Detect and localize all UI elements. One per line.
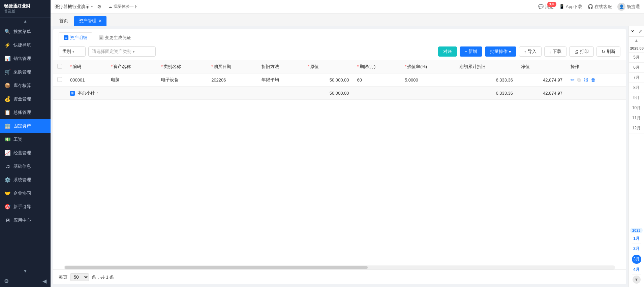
company-selector[interactable]: 医疗器械行业演示 ▾: [55, 4, 93, 10]
sidebar-item-总账管理[interactable]: 📋总账管理: [0, 106, 51, 119]
settings-icon[interactable]: ⚙: [4, 278, 9, 284]
close-panel-icon[interactable]: ✕: [631, 29, 634, 34]
month-item-4月[interactable]: 4月: [632, 265, 641, 275]
import-button[interactable]: ↑ 导入: [519, 46, 542, 57]
avatar: 👤: [617, 3, 625, 11]
refresh-button[interactable]: ↻ 刷新: [596, 46, 620, 57]
sidebar-scroll-up[interactable]: ▲: [0, 18, 51, 25]
reconcile-button[interactable]: 对账: [438, 46, 457, 57]
nav-label-7: 固定资产: [13, 123, 31, 129]
subtab-asset-detail[interactable]: ≡ 资产明细: [59, 32, 92, 43]
sidebar-scroll-down[interactable]: ▼: [0, 267, 51, 275]
category-input[interactable]: 请选择固定资产类别 ▾: [88, 46, 156, 57]
nav-icon-8: 💵: [4, 136, 11, 143]
experience-label: 我要体验一下: [114, 4, 138, 9]
panel-date: 2023.03: [629, 44, 644, 53]
sidebar-item-基础信息[interactable]: 🗂基础信息: [0, 160, 51, 173]
nav-icon-13: 🎯: [4, 203, 11, 210]
topbar-right: 💬 消息 99+ 📱 App下载 🎧 在线客服 👤 畅捷通: [538, 3, 640, 11]
row-purchase-date: 202206: [207, 73, 257, 87]
sidebar-item-销售管理[interactable]: 📊销售管理: [0, 52, 51, 65]
month-item-3月[interactable]: 3月: [632, 255, 641, 264]
batch-button[interactable]: 批量操作 ▾: [485, 46, 516, 57]
per-page-select[interactable]: 50 100 200: [70, 273, 89, 281]
nav-label-10: 基础信息: [13, 163, 31, 169]
subtab-change-voucher[interactable]: ≡ 变更生成凭证: [94, 32, 136, 43]
nav-icon-14: 🖥: [4, 217, 11, 224]
nav-icon-7: 🏢: [4, 123, 11, 129]
delete-icon[interactable]: 🗑: [591, 77, 595, 83]
month-item-6月[interactable]: 6月: [629, 63, 644, 73]
online-service-btn[interactable]: 🎧 在线客服: [588, 4, 612, 10]
sidebar-item-工资[interactable]: 💵工资: [0, 133, 51, 146]
row-original-value: 50,000.00: [304, 73, 353, 87]
horizontal-scrollbar-area[interactable]: [53, 263, 626, 269]
sidebar-item-系统管理[interactable]: ⚙️系统管理: [0, 173, 51, 187]
nav-icon-10: 🗂: [4, 163, 11, 170]
nav-label-2: 销售管理: [13, 56, 31, 62]
sidebar-item-经营管理[interactable]: 📈经营管理: [0, 146, 51, 160]
cloud-icon: ☁: [108, 4, 112, 9]
sidebar-item-企业协同[interactable]: 🤝企业协同: [0, 187, 51, 200]
nav-icon-3: 🛒: [4, 69, 11, 75]
download-button[interactable]: ↓ 下载: [544, 46, 567, 57]
topbar-settings-icon[interactable]: ⚙: [97, 4, 101, 10]
user-btn[interactable]: 👤 畅捷通: [617, 3, 640, 11]
month-item-9月[interactable]: 9月: [629, 93, 644, 103]
nav-label-14: 应用中心: [13, 217, 31, 223]
sidebar-item-固定资产[interactable]: 🏢固定资产: [0, 119, 51, 133]
sidebar-item-新手引导[interactable]: 🎯新手引导: [0, 200, 51, 214]
copy-icon[interactable]: ⧉: [577, 77, 581, 83]
month-item-2月[interactable]: 2月: [632, 244, 641, 254]
right-panel-header: ✕ ⤢: [629, 26, 644, 37]
month-item-7月[interactable]: 7月: [629, 73, 644, 83]
new-button[interactable]: + 新增: [460, 46, 482, 57]
refresh-icon: ↻: [602, 49, 605, 54]
month-item-11月[interactable]: 11月: [629, 113, 644, 123]
category-filter[interactable]: 类别 ▾: [59, 46, 86, 57]
sidebar-item-快捷导航[interactable]: ⚡快捷导航: [0, 38, 51, 52]
experience-btn[interactable]: ☁ 我要体验一下: [108, 4, 138, 9]
link-icon[interactable]: ⛓: [583, 77, 588, 83]
tab-asset-management[interactable]: 资产管理 ✕: [74, 16, 106, 26]
sidebar-item-采购管理[interactable]: 🛒采购管理: [0, 65, 51, 79]
panel-year-section: 2023 1月2月3月4月 ▼: [629, 227, 644, 287]
main-area: 医疗器械行业演示 ▾ ⚙ ☁ 我要体验一下 💬 消息 99+ 📱 App下载 🎧…: [51, 0, 644, 287]
messages-btn[interactable]: 💬 消息 99+: [538, 4, 554, 10]
expand-panel-icon[interactable]: ⤢: [639, 29, 642, 34]
sidebar-item-应用中心[interactable]: 🖥应用中心: [0, 214, 51, 227]
import-icon: ↑: [524, 49, 526, 54]
nav-label-0: 搜索菜单: [13, 29, 31, 35]
down-circle-icon[interactable]: ▼: [633, 276, 641, 284]
month-item-5月[interactable]: 5月: [629, 53, 644, 63]
dl-icon: ↓: [549, 49, 552, 54]
subtotal-accumulated: 6,333.36: [455, 87, 517, 100]
app-download-btn[interactable]: 📱 App下载: [559, 4, 582, 10]
month-item-12月[interactable]: 12月: [629, 123, 644, 133]
collapse-icon[interactable]: ◀: [42, 278, 47, 284]
sidebar-item-资金管理[interactable]: 💰资金管理: [0, 92, 51, 106]
select-all-checkbox[interactable]: [57, 64, 62, 69]
tab-home[interactable]: 首页: [55, 16, 73, 26]
sidebar-item-搜索菜单[interactable]: 🔍搜索菜单: [0, 25, 51, 38]
subtab-detail-icon: ≡: [64, 35, 68, 40]
print-button[interactable]: 🖨 打印: [569, 46, 594, 57]
tab-close-icon[interactable]: ✕: [98, 19, 102, 23]
panel-nav-up[interactable]: ▲: [629, 37, 644, 44]
nav-label-6: 总账管理: [13, 109, 31, 116]
row-code: 000001: [66, 73, 107, 87]
per-page-label: 每页: [59, 274, 67, 280]
scrollbar-thumb[interactable]: [65, 266, 368, 269]
nav-label-3: 采购管理: [13, 69, 31, 75]
nav-label-12: 企业协同: [13, 190, 31, 196]
toolbar-left: 类别 ▾ 请选择固定资产类别 ▾: [59, 46, 156, 57]
row-depreciation: 年限平均: [257, 73, 303, 87]
nav-icon-0: 🔍: [4, 28, 11, 35]
month-item-1月[interactable]: 1月: [632, 234, 641, 244]
edit-icon[interactable]: ✏: [571, 77, 575, 83]
company-chevron-icon: ▾: [91, 4, 93, 9]
month-item-10月[interactable]: 10月: [629, 103, 644, 113]
month-item-8月[interactable]: 8月: [629, 83, 644, 93]
sidebar-item-库存核算[interactable]: 📦库存核算: [0, 79, 51, 92]
row-checkbox[interactable]: [57, 77, 62, 82]
